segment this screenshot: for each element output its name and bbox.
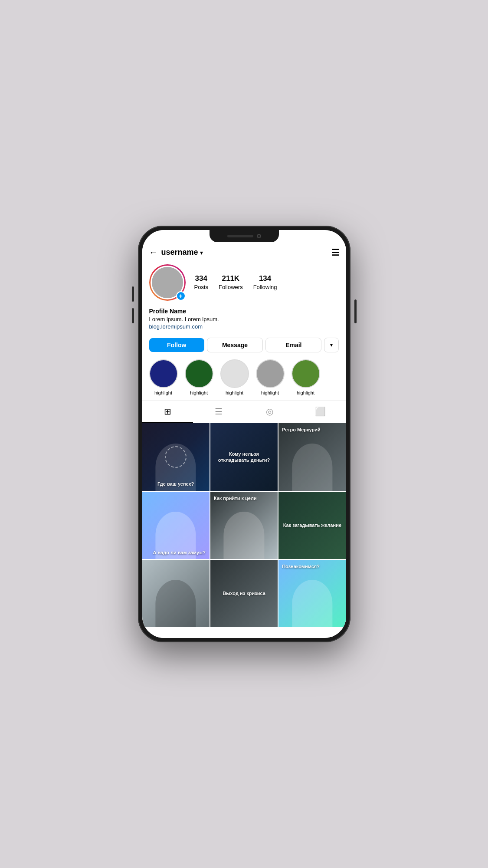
chevron-down-icon: ▾ xyxy=(330,342,333,348)
following-label: Following xyxy=(253,284,277,290)
post-text-2: Кому нельзя откладывать деньги? xyxy=(214,451,274,464)
list-icon: ☰ xyxy=(215,406,223,417)
following-stat[interactable]: 134 Following xyxy=(253,274,277,291)
action-buttons: Follow Message Email ▾ xyxy=(149,338,339,352)
person-silhouette-3 xyxy=(292,444,332,491)
stats-row: 334 Posts 211K Followers 134 Following xyxy=(194,274,277,291)
volume-down-button[interactable] xyxy=(132,308,134,323)
avatar-container[interactable]: + xyxy=(149,264,186,301)
posts-label: Posts xyxy=(194,284,209,290)
header-left: ← username ▾ xyxy=(149,247,203,257)
highlight-label-2: highlight xyxy=(190,390,208,395)
person-silhouette-7 xyxy=(156,580,196,627)
highlight-circle-3 xyxy=(220,359,249,388)
post-text-5: Как прийти к цели xyxy=(214,495,274,501)
more-actions-button[interactable]: ▾ xyxy=(324,338,339,352)
tab-location[interactable]: ◎ xyxy=(244,401,295,423)
add-story-button[interactable]: + xyxy=(176,291,186,301)
highlight-item-3[interactable]: highlight xyxy=(220,359,249,395)
username-text: username xyxy=(161,248,198,257)
profile-section: + 334 Posts 211K Followers 134 xyxy=(142,261,346,352)
highlight-label-4: highlight xyxy=(261,390,279,395)
volume-up-button[interactable] xyxy=(132,286,134,302)
posts-grid: Где ваш успех? Кому нельзя откладывать д… xyxy=(142,423,346,627)
phone-frame: ← username ▾ ☰ + xyxy=(138,226,350,642)
follow-button[interactable]: Follow xyxy=(149,338,204,352)
bio-link[interactable]: blog.loremipsum.com xyxy=(149,323,339,330)
post-text-8: Выход из кризиса xyxy=(214,590,274,596)
highlight-label-1: highlight xyxy=(154,390,172,395)
speaker xyxy=(227,235,253,237)
tab-bar: ⊞ ☰ ◎ ⬜ xyxy=(142,401,346,423)
followers-label: Followers xyxy=(219,284,243,290)
highlight-circle-1 xyxy=(149,359,178,388)
bio-text: Lorem ipsum. Lorem ipsum. xyxy=(149,316,339,323)
tab-grid[interactable]: ⊞ xyxy=(142,401,193,423)
highlight-label-5: highlight xyxy=(297,390,314,395)
post-item-2[interactable]: Кому нельзя откладывать деньги? xyxy=(210,423,278,490)
highlight-item-1[interactable]: highlight xyxy=(149,359,178,395)
highlight-item-4[interactable]: highlight xyxy=(256,359,285,395)
post-text-1: Где ваш успех? xyxy=(142,481,210,487)
phone-screen: ← username ▾ ☰ + xyxy=(142,230,346,638)
notch xyxy=(210,230,279,242)
post-item-4[interactable]: А надо ли вам замуж? xyxy=(142,492,210,559)
bio-section: Profile Name Lorem ipsum. Lorem ipsum. b… xyxy=(149,306,339,333)
posts-stat: 334 Posts xyxy=(194,274,209,291)
post-text-6: Как загадывать желание xyxy=(282,522,342,528)
post-item-6[interactable]: Как загадывать желание xyxy=(278,492,346,559)
chevron-down-icon[interactable]: ▾ xyxy=(200,249,203,256)
person-silhouette-9 xyxy=(292,580,332,627)
highlight-circle-2 xyxy=(185,359,213,388)
highlight-label-3: highlight xyxy=(226,390,243,395)
profile-top: + 334 Posts 211K Followers 134 xyxy=(149,264,339,301)
back-button[interactable]: ← xyxy=(149,247,158,257)
post-item-9[interactable]: Познакомимся? xyxy=(278,560,346,627)
highlight-circle-5 xyxy=(291,359,320,388)
camera xyxy=(257,234,261,238)
post-item-7[interactable] xyxy=(142,560,210,627)
followers-count: 211K xyxy=(219,274,243,283)
following-count: 134 xyxy=(253,274,277,283)
grid-icon: ⊞ xyxy=(164,406,171,417)
menu-button[interactable]: ☰ xyxy=(331,248,339,257)
location-icon: ◎ xyxy=(266,406,273,417)
posts-count: 334 xyxy=(194,274,209,283)
post-item-3[interactable]: Ретро Меркурий xyxy=(278,423,346,490)
post-item-5[interactable]: Как прийти к цели xyxy=(210,492,278,559)
highlights-section: highlight highlight highlight highlight … xyxy=(142,358,346,397)
post-text-4: А надо ли вам замуж? xyxy=(146,549,210,556)
highlight-item-5[interactable]: highlight xyxy=(291,359,320,395)
post-text-9: Познакомимся? xyxy=(282,563,342,569)
screen-content: ← username ▾ ☰ + xyxy=(142,230,346,638)
highlight-item-2[interactable]: highlight xyxy=(185,359,213,395)
profile-header: ← username ▾ ☰ xyxy=(142,243,346,261)
post-item-1[interactable]: Где ваш успех? xyxy=(142,423,210,490)
power-button[interactable] xyxy=(354,299,357,323)
highlight-circle-4 xyxy=(256,359,285,388)
profile-name: Profile Name xyxy=(149,308,339,315)
tab-tagged[interactable]: ⬜ xyxy=(295,401,346,423)
email-button[interactable]: Email xyxy=(265,338,321,352)
post-item-8[interactable]: Выход из кризиса xyxy=(210,560,278,627)
message-button[interactable]: Message xyxy=(207,338,263,352)
post-text-3: Ретро Меркурий xyxy=(282,427,342,433)
username-row: username ▾ xyxy=(161,248,203,257)
followers-stat[interactable]: 211K Followers xyxy=(219,274,243,291)
tab-list[interactable]: ☰ xyxy=(193,401,244,423)
person-silhouette-5 xyxy=(224,512,264,559)
tagged-icon: ⬜ xyxy=(315,406,326,417)
